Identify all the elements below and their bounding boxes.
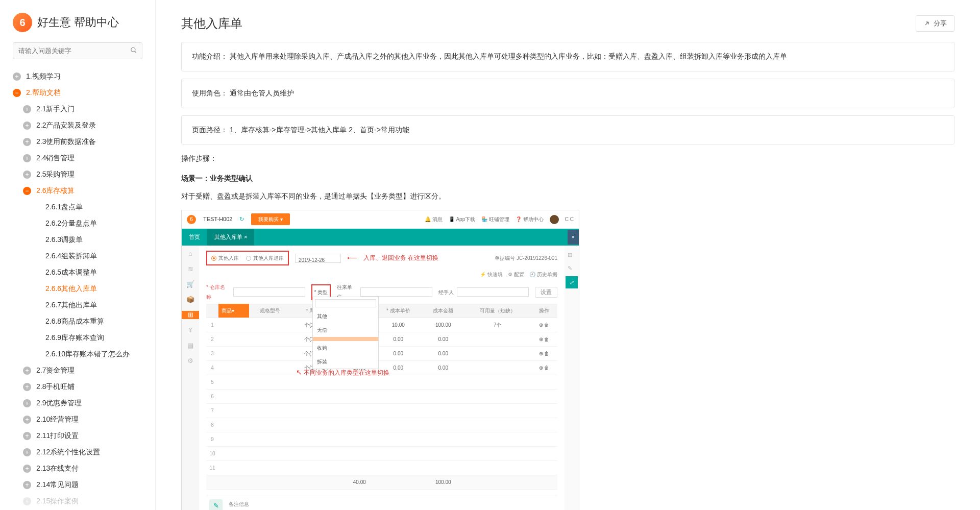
ss-radio-in[interactable]: 其他入库 xyxy=(211,253,239,263)
ss-buy-button[interactable]: 我要购买 ▾ xyxy=(251,213,290,225)
nav-sub-2[interactable]: +2.3使用前数据准备 xyxy=(23,134,142,150)
ss-dd-item[interactable]: 其他 xyxy=(313,309,378,323)
ss-dd-item[interactable]: 无偿 xyxy=(313,323,378,337)
main-content: 其他入库单 分享 功能介绍： 其他入库单用来处理除采购入库、产成品入库之外的其他… xyxy=(156,0,980,510)
ss-nav-box-icon[interactable]: 📦 xyxy=(186,296,194,304)
nav-leaf-2[interactable]: 2.6.3调拨单 xyxy=(25,232,142,248)
scene1-title: 场景一：业务类型确认 xyxy=(181,172,954,185)
ss-dd-item[interactable] xyxy=(313,337,378,341)
ss-nav-report-icon[interactable]: ▤ xyxy=(186,342,194,350)
ss-note-label: 备注信息 xyxy=(229,499,264,509)
search-icon[interactable] xyxy=(130,46,137,55)
ss-refresh-icon[interactable]: ↻ xyxy=(239,214,244,225)
ss-right-expand-icon[interactable]: ⤢ xyxy=(566,276,578,288)
ss-tool-history[interactable]: 🕘历史单据 xyxy=(529,270,557,279)
ss-nav-stock-icon[interactable]: ⊞ xyxy=(182,311,199,319)
page-title: 其他入库单 xyxy=(181,15,242,32)
share-icon xyxy=(923,20,930,27)
ss-dd-item[interactable]: 拆装 xyxy=(313,355,378,369)
ss-dd-item[interactable]: 收购 xyxy=(313,341,378,355)
ss-nav-money-icon[interactable]: ¥ xyxy=(186,326,194,334)
logo-text: 好生意 帮助中心 xyxy=(37,15,119,30)
ss-right-icon[interactable]: ⊞ xyxy=(568,250,576,258)
nav-top-video[interactable]: +1.视频学习 xyxy=(13,68,142,85)
info-role: 使用角色： 通常由仓管人员维护 xyxy=(181,79,954,108)
info-intro: 功能介绍： 其他入库单用来处理除采购入库、产成品入库之外的其他入库业务，因此其他… xyxy=(181,42,954,71)
nav-leaf-8[interactable]: 2.6.9库存账本查询 xyxy=(25,330,142,346)
ss-app[interactable]: 📱 App下载 xyxy=(449,214,475,224)
ss-nav-setting-icon[interactable]: ⚙ xyxy=(186,357,194,365)
nav-leaf-3[interactable]: 2.6.4组装拆卸单 xyxy=(25,248,142,264)
ss-handler-input[interactable] xyxy=(457,287,529,297)
logo-header: 6 好生意 帮助中心 xyxy=(13,13,142,32)
ss-setting-button[interactable]: 设置 xyxy=(535,287,557,298)
nav-sub-6[interactable]: +2.7资金管理 xyxy=(23,362,142,379)
nav-leaf-5[interactable]: 2.6.6其他入库单 xyxy=(25,281,142,297)
ss-nav-home-icon[interactable]: ⌂ xyxy=(186,250,194,258)
nav-sub-14[interactable]: +2.15操作案例 xyxy=(23,493,142,509)
ss-help[interactable]: ❓ 帮助中心 xyxy=(516,214,544,224)
nav-leaf-7[interactable]: 2.6.8商品成本重算 xyxy=(25,313,142,330)
ss-red-note1: 入库、退回业务 在这里切换 xyxy=(363,252,438,264)
search-box xyxy=(13,42,142,59)
nav-sub-7[interactable]: +2.8手机旺铺 xyxy=(23,379,142,395)
ss-warehouse-input[interactable] xyxy=(233,287,305,297)
ss-tab-home[interactable]: 首页 xyxy=(182,229,207,246)
nav-sub-12[interactable]: +2.13在线支付 xyxy=(23,460,142,477)
nav-sub-0[interactable]: +2.1新手入门 xyxy=(23,101,142,117)
ss-date-input[interactable]: 2019-12-26 xyxy=(295,254,341,263)
nav-sub-1[interactable]: +2.2产品安装及登录 xyxy=(23,117,142,134)
table-row[interactable]: 3个(1个=1个)10.000.000.00⊕ 🗑 xyxy=(206,347,557,361)
ss-nav-line-icon[interactable]: ≋ xyxy=(186,265,194,273)
ss-grid: 商品▾ 规格型号 * 库存单位 数量 * 成本单价 成本金额 可用量（短缺） 操… xyxy=(206,304,557,490)
nav-sub-9[interactable]: +2.10经营管理 xyxy=(23,411,142,428)
nav-sub-3[interactable]: +2.4销售管理 xyxy=(23,150,142,166)
ss-type-radio-group: 其他入库 其他入库退库 xyxy=(206,251,289,265)
ss-note-icon: ✎ xyxy=(209,499,223,510)
embedded-screenshot: 6 TEST-H002 ↻ 我要购买 ▾ 🔔 消息 📱 App下载 🏪 旺铺管理… xyxy=(181,210,579,510)
share-button[interactable]: 分享 xyxy=(916,15,954,32)
ss-shop[interactable]: 🏪 旺铺管理 xyxy=(481,214,509,224)
svg-point-0 xyxy=(131,47,135,52)
ss-dd-search[interactable] xyxy=(315,299,376,307)
sidebar: 6 好生意 帮助中心 +1.视频学习 −2.帮助文档 +2.1新手入门 +2.2… xyxy=(0,0,156,510)
ss-total-qty: 40.00 xyxy=(345,475,375,490)
nav-sub-8[interactable]: +2.9优惠券管理 xyxy=(23,395,142,411)
ss-tool-config[interactable]: ⚙配置 xyxy=(508,270,524,279)
ss-total-amount: 100.00 xyxy=(422,475,464,490)
ss-red-arrow-icon: ⟵ xyxy=(347,251,357,265)
ss-tab-current[interactable]: 其他入库单 × xyxy=(207,229,254,246)
nav-sub-5[interactable]: −2.6库存核算 xyxy=(23,183,142,199)
nav-leaf-1[interactable]: 2.6.2分量盘点单 xyxy=(25,215,142,232)
table-row[interactable]: 1个(1个=1个)10.0010.00100.007个⊕ 🗑 xyxy=(206,318,557,332)
scene1-text: 对于受赠、盘盈或是拆装入库等不同的业务，是通过单据头【业务类型】进行区分。 xyxy=(181,189,954,203)
ss-radio-return[interactable]: 其他入库退库 xyxy=(246,253,284,263)
ss-party-input[interactable] xyxy=(360,287,432,297)
steps-label: 操作步骤： xyxy=(181,152,954,165)
ss-msg[interactable]: 🔔 消息 xyxy=(425,214,443,224)
ss-nav-cart-icon[interactable]: 🛒 xyxy=(186,280,194,288)
svg-line-1 xyxy=(135,51,136,53)
ss-tab-close-icon[interactable]: × xyxy=(568,230,579,245)
ss-tenant: TEST-H002 xyxy=(203,214,232,225)
ss-username: C C xyxy=(565,214,574,224)
table-row[interactable]: 2个(1个=1个)10.000.000.00⊕ 🗑 xyxy=(206,332,557,347)
ss-red-arrow2-icon: ↖ xyxy=(296,368,302,376)
search-input[interactable] xyxy=(13,42,142,59)
ss-avatar-icon[interactable] xyxy=(550,215,559,224)
nav-sub-11[interactable]: +2.12系统个性化设置 xyxy=(23,444,142,460)
nav-sub-4[interactable]: +2.5采购管理 xyxy=(23,166,142,183)
ss-type-dropdown[interactable]: 其他 无偿 收购 拆装 xyxy=(312,297,379,369)
logo-icon: 6 xyxy=(13,13,32,32)
nav-leaf-6[interactable]: 2.6.7其他出库单 xyxy=(25,297,142,313)
ss-logo-icon: 6 xyxy=(187,215,196,224)
nav-sub-10[interactable]: +2.11打印设置 xyxy=(23,428,142,444)
ss-right-icon[interactable]: ✎ xyxy=(568,263,576,271)
nav-leaf-4[interactable]: 2.6.5成本调整单 xyxy=(25,264,142,281)
nav-top-docs[interactable]: −2.帮助文档 xyxy=(13,85,142,101)
nav-leaf-0[interactable]: 2.6.1盘点单 xyxy=(25,199,142,215)
info-path: 页面路径： 1、库存核算->库存管理->其他入库单 2、首页->常用功能 xyxy=(181,115,954,145)
nav-leaf-9[interactable]: 2.6.10库存账本错了怎么办 xyxy=(25,346,142,362)
ss-tool-quickfill[interactable]: ⚡快速填 xyxy=(480,270,503,279)
nav-sub-13[interactable]: +2.14常见问题 xyxy=(23,477,142,493)
